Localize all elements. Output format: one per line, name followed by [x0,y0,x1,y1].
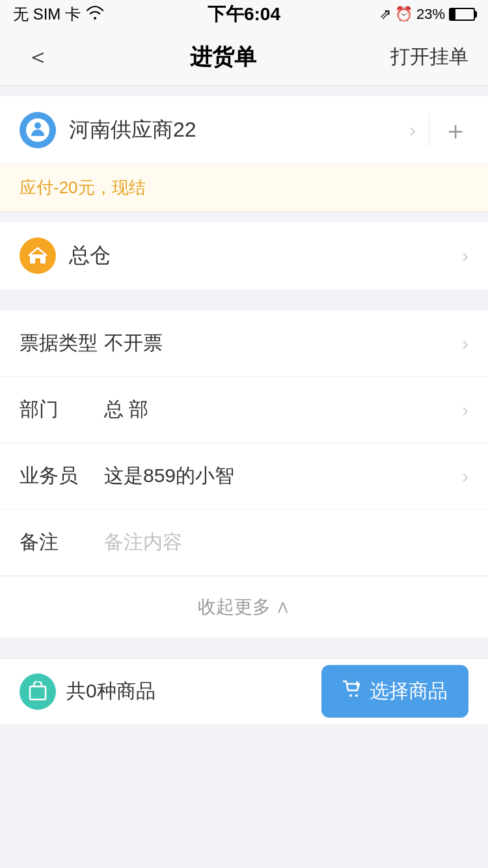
carrier-label: 无 SIM 卡 [13,4,81,25]
separator-4 [0,638,488,648]
invoice-type-value: 不开票 [104,330,462,357]
product-count-label: 共0种商品 [66,678,156,705]
status-right: ⇗ ⏰ 23% [379,6,475,23]
avatar-inner [26,118,49,142]
warehouse-label: 总仓 [69,241,462,270]
battery-bar [449,8,475,21]
notice-bar: 应付-20元，现结 [0,165,488,211]
salesperson-row[interactable]: 业务员 这是859的小智 › [0,443,488,509]
nav-title: 进货单 [190,42,256,72]
nav-bar: ＜ 进货单 打开挂单 [0,29,488,86]
supplier-divider [429,114,429,146]
battery-fill [450,9,455,20]
select-product-button[interactable]: 选择商品 [321,665,468,718]
status-left: 无 SIM 卡 [13,4,104,25]
collapse-label: 收起更多 ∧ [198,595,291,619]
wifi-icon [86,5,104,23]
location-icon: ⇗ [379,6,391,23]
svg-point-5 [355,694,358,697]
select-product-label: 选择商品 [370,678,448,705]
svg-point-0 [34,122,41,129]
person-icon [29,119,47,141]
status-bar: 无 SIM 卡 下午6:04 ⇗ ⏰ 23% [0,0,488,29]
bottom-bar: 共0种商品 选择商品 [0,658,488,724]
page-container: 无 SIM 卡 下午6:04 ⇗ ⏰ 23% ＜ 进货单 打开挂单 [0,0,488,868]
supplier-section: 河南供应商22 › ＋ 应付-20元，现结 [0,96,488,211]
collapse-button[interactable]: 收起更多 ∧ [0,576,488,638]
separator-2 [0,211,488,222]
invoice-type-chevron-icon: › [462,332,468,355]
status-time: 下午6:04 [208,2,280,27]
battery-label: 23% [416,6,445,23]
separator-3 [0,290,488,300]
warehouse-chevron-icon: › [462,245,468,267]
separator-1 [0,86,488,96]
warehouse-row[interactable]: 总仓 › [0,222,488,290]
notice-text: 应付-20元，现结 [20,178,146,197]
department-row[interactable]: 部门 总 部 › [0,377,488,443]
back-button[interactable]: ＜ [20,34,56,79]
svg-point-4 [349,694,352,697]
cart-icon [342,680,363,703]
svg-rect-3 [30,686,46,699]
add-button[interactable]: ＋ [442,113,468,148]
supplier-row[interactable]: 河南供应商22 › ＋ [0,96,488,165]
form-section: 票据类型 不开票 › 部门 总 部 › 业务员 这是859的小智 › 备注 备注… [0,310,488,638]
remarks-label: 备注 [20,529,104,556]
warehouse-icon [20,237,56,274]
invoice-type-label: 票据类型 [20,330,104,357]
salesperson-chevron-icon: › [462,465,468,487]
department-label: 部门 [20,396,104,423]
supplier-name: 河南供应商22 [69,116,409,144]
salesperson-label: 业务员 [20,463,104,489]
alarm-icon: ⏰ [395,6,413,23]
remarks-row[interactable]: 备注 备注内容 [0,509,488,576]
svg-rect-2 [35,258,40,264]
invoice-type-row[interactable]: 票据类型 不开票 › [0,310,488,377]
supplier-avatar [20,112,56,148]
warehouse-section: 总仓 › [0,222,488,290]
open-pending-button[interactable]: 打开挂单 [390,44,468,70]
salesperson-value: 这是859的小智 [104,463,462,489]
remarks-input[interactable]: 备注内容 [104,529,468,556]
department-value: 总 部 [104,396,462,423]
supplier-chevron-icon: › [409,119,416,141]
bottom-left: 共0种商品 [20,673,156,710]
product-count-icon [20,673,56,710]
department-chevron-icon: › [462,399,468,421]
